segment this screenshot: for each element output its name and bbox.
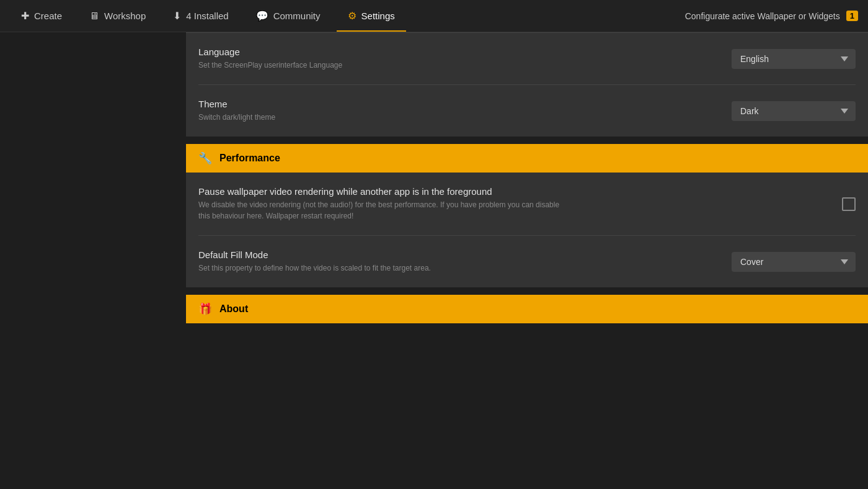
theme-label-group: Theme Switch dark/light theme xyxy=(198,99,719,123)
left-sidebar xyxy=(0,32,186,489)
theme-desc: Switch dark/light theme xyxy=(198,112,570,123)
pause-wallpaper-label-group: Pause wallpaper video rendering while an… xyxy=(198,186,830,222)
fill-mode-control: Cover Stretch Fit xyxy=(732,252,856,272)
fill-mode-label-group: Default Fill Mode Set this property to d… xyxy=(198,249,719,274)
pause-wallpaper-row: Pause wallpaper video rendering while an… xyxy=(198,173,856,236)
theme-control: Dark Light xyxy=(732,101,856,121)
nav-settings[interactable]: ⚙ Settings xyxy=(337,0,406,32)
language-dropdown[interactable]: English German French Spanish xyxy=(732,49,856,69)
nav-create-label: Create xyxy=(34,11,62,21)
theme-row: Theme Switch dark/light theme Dark Light xyxy=(198,85,856,137)
fill-mode-row: Default Fill Mode Set this property to d… xyxy=(198,236,856,287)
nav-right-area: Configurate active Wallpaper or Widgets … xyxy=(685,11,858,21)
performance-body: Pause wallpaper video rendering while an… xyxy=(186,173,868,287)
nav-settings-label: Settings xyxy=(361,11,395,21)
configure-label: Configurate active Wallpaper or Widgets xyxy=(685,11,840,21)
settings-icon: ⚙ xyxy=(348,10,356,22)
configure-badge[interactable]: 1 xyxy=(846,11,858,21)
theme-title: Theme xyxy=(198,99,719,109)
community-icon: 💬 xyxy=(256,10,268,22)
about-gift-icon: 🎁 xyxy=(198,302,212,316)
about-header-label: About xyxy=(219,303,248,315)
language-desc: Set the ScreenPlay userinterface Languag… xyxy=(198,60,570,71)
pause-wallpaper-control xyxy=(842,197,856,211)
pause-wallpaper-checkbox[interactable] xyxy=(842,197,856,211)
general-settings-body: Language Set the ScreenPlay userinterfac… xyxy=(186,32,868,137)
fill-mode-dropdown[interactable]: Cover Stretch Fit xyxy=(732,252,856,272)
nav-community-label: Community xyxy=(273,11,321,21)
main-content: Language Set the ScreenPlay userinterfac… xyxy=(0,32,868,489)
nav-workshop-label: Workshop xyxy=(104,11,146,21)
performance-section: 🔧 Performance Pause wallpaper video rend… xyxy=(186,144,868,287)
general-settings-section: Language Set the ScreenPlay userinterfac… xyxy=(186,32,868,137)
language-label-group: Language Set the ScreenPlay userinterfac… xyxy=(198,47,719,71)
nav-installed-label: 4 Installed xyxy=(186,11,228,21)
nav-workshop[interactable]: 🖥 Workshop xyxy=(78,0,157,32)
performance-header: 🔧 Performance xyxy=(186,144,868,173)
pause-wallpaper-title: Pause wallpaper video rendering while an… xyxy=(198,186,830,197)
performance-wrench-icon: 🔧 xyxy=(198,151,212,165)
fill-mode-desc: Set this property to define how the vide… xyxy=(198,262,570,274)
performance-header-label: Performance xyxy=(219,153,280,164)
workshop-icon: 🖥 xyxy=(89,11,99,22)
nav-community[interactable]: 💬 Community xyxy=(245,0,332,32)
about-header: 🎁 About xyxy=(186,295,868,323)
content-area: Language Set the ScreenPlay userinterfac… xyxy=(186,32,868,489)
language-control: English German French Spanish xyxy=(732,49,856,69)
language-row: Language Set the ScreenPlay userinterfac… xyxy=(198,33,856,85)
theme-dropdown[interactable]: Dark Light xyxy=(732,101,856,121)
language-title: Language xyxy=(198,47,719,57)
top-navigation: ✚ Create 🖥 Workshop ⬇ 4 Installed 💬 Comm… xyxy=(0,0,868,32)
create-icon: ✚ xyxy=(21,10,29,22)
installed-icon: ⬇ xyxy=(173,10,181,22)
about-section: 🎁 About xyxy=(186,295,868,323)
nav-create[interactable]: ✚ Create xyxy=(10,0,73,32)
fill-mode-title: Default Fill Mode xyxy=(198,249,719,260)
pause-wallpaper-desc: We disable the video rendering (not the … xyxy=(198,199,570,222)
nav-installed[interactable]: ⬇ 4 Installed xyxy=(162,0,239,32)
